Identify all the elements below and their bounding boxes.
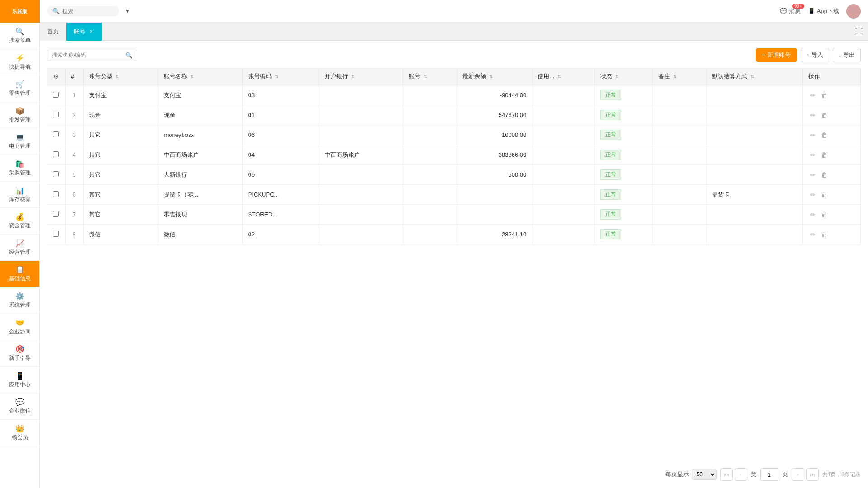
edit-button[interactable]: ✏ [808,210,817,219]
tab-home[interactable]: 首页 [40,23,66,41]
col-header-bank[interactable]: 开户银行 ⇅ [319,68,403,85]
quick-nav-icon: ⚡ [15,54,24,62]
topbar-left: 🔍 ▼ [47,6,130,16]
message-button[interactable]: 💬 消息 99+ [780,7,801,15]
row-status: 正常 [594,105,652,125]
col-header-usage[interactable]: 使用... ⇅ [532,68,595,85]
row-checkbox[interactable] [47,145,65,165]
row-select-checkbox[interactable] [53,231,59,237]
col-header-default_payment[interactable]: 默认结算方式 ⇅ [707,68,803,85]
delete-button[interactable]: 🗑 [819,190,829,199]
tab-account[interactable]: 账号× [66,23,102,41]
sidebar-item-finance[interactable]: 💰资金管理 [0,208,39,235]
row-default-payment [707,145,803,165]
chevron-down-icon: ▼ [125,8,130,14]
delete-button[interactable]: 🗑 [819,230,829,239]
tab-close-icon[interactable]: × [88,28,94,35]
next-page-button[interactable]: › [792,468,804,481]
add-account-button[interactable]: + 新增账号 [756,48,797,62]
prev-page-button[interactable]: ‹ [735,468,747,481]
col-header-name[interactable]: 账号名称 ⇅ [158,68,242,85]
edit-button[interactable]: ✏ [808,111,817,120]
edit-button[interactable]: ✏ [808,190,817,199]
sidebar-item-operation[interactable]: 📈经营管理 [0,235,39,261]
row-number: 7 [65,205,83,225]
first-page-button[interactable]: ⏮ [720,468,733,481]
sidebar-item-vip[interactable]: 👑畅会员 [0,420,39,446]
delete-button[interactable]: 🗑 [819,111,829,120]
row-select-checkbox[interactable] [53,92,59,98]
basic-info-icon: 📋 [15,265,24,274]
row-checkbox[interactable] [47,165,65,185]
row-checkbox[interactable] [47,185,65,205]
delete-button[interactable]: 🗑 [819,210,829,219]
sidebar-item-search[interactable]: 🔍搜索菜单 [0,23,39,49]
row-select-checkbox[interactable] [53,112,59,117]
top-search-input[interactable] [62,8,117,14]
export-button[interactable]: ↓ 导出 [833,48,861,62]
row-name: 微信 [158,225,242,244]
row-code: 05 [242,165,319,185]
row-checkbox[interactable] [47,225,65,244]
sidebar-item-app-center[interactable]: 📱应用中心 [0,367,39,394]
sidebar-item-label: 畅会员 [12,434,28,441]
sidebar-item-purchase[interactable]: 🛍️采购管理 [0,155,39,182]
status-badge: 正常 [600,90,621,100]
app-download-label: App下载 [817,7,839,15]
page-input[interactable] [760,468,778,481]
avatar[interactable] [846,4,861,19]
import-button[interactable]: ↑ 导入 [801,48,829,62]
top-search-box[interactable]: 🔍 [47,6,119,16]
row-checkbox[interactable] [47,205,65,225]
delete-button[interactable]: 🗑 [819,131,829,140]
sidebar-item-retail[interactable]: 🛒零售管理 [0,75,39,102]
sidebar-item-quick-nav[interactable]: ⚡快捷导航 [0,49,39,76]
row-select-checkbox[interactable] [53,211,59,217]
nav-dropdown[interactable]: ▼ [125,8,130,14]
delete-button[interactable]: 🗑 [819,150,829,160]
row-checkbox[interactable] [47,85,65,105]
settings-icon[interactable]: ⚙ [53,73,59,80]
sidebar-item-basic-info[interactable]: 📋基础信息 [0,261,39,287]
row-select-checkbox[interactable] [53,171,59,177]
tab-expand-icon[interactable]: ⛶ [850,28,868,36]
col-header-status[interactable]: 状态 ⇅ [594,68,652,85]
last-page-button[interactable]: ⏭ [806,468,819,481]
edit-button[interactable]: ✏ [808,150,817,160]
sidebar-item-corp-protocol[interactable]: 🤝企业协同 [0,314,39,341]
edit-button[interactable]: ✏ [808,91,817,100]
delete-button[interactable]: 🗑 [819,170,829,179]
sidebar-item-guide[interactable]: 🎯新手引导 [0,340,39,367]
row-code: 04 [242,145,319,165]
row-checkbox[interactable] [47,105,65,125]
col-header-balance[interactable]: 最新余额 ⇅ [457,68,532,85]
col-header-type[interactable]: 账号类型 ⇅ [83,68,158,85]
edit-button[interactable]: ✏ [808,230,817,239]
sidebar-item-ecommerce[interactable]: 💻电商管理 [0,128,39,155]
app-download-button[interactable]: 📱 App下载 [808,7,839,15]
row-status: 正常 [594,145,652,165]
account-search-wrap[interactable]: 🔍 [47,50,137,61]
row-select-checkbox[interactable] [53,131,59,137]
sidebar-item-wholesale[interactable]: 📦批发管理 [0,102,39,129]
message-badge: 99+ [792,4,804,9]
row-select-checkbox[interactable] [53,191,59,197]
edit-button[interactable]: ✏ [808,131,817,140]
col-header-code[interactable]: 账号编码 ⇅ [242,68,319,85]
sidebar-item-label: 基础信息 [9,275,31,282]
sidebar-item-system[interactable]: ⚙️系统管理 [0,287,39,314]
status-badge: 正常 [600,189,621,200]
edit-button[interactable]: ✏ [808,170,817,179]
main-area: 🔍 ▼ 💬 消息 99+ 📱 App下载 首页账号×⛶ [40,0,868,488]
row-usage [532,145,595,165]
page-size-dropdown[interactable]: 2050100 [692,469,717,480]
sidebar-item-corp-wechat[interactable]: 💬企业微信 [0,393,39,420]
col-header-account[interactable]: 账号 ⇅ [403,68,457,85]
account-search-input[interactable] [52,52,123,58]
col-header-remark[interactable]: 备注 ⇅ [653,68,707,85]
delete-button[interactable]: 🗑 [819,91,829,100]
row-select-checkbox[interactable] [53,151,59,157]
row-checkbox[interactable] [47,125,65,145]
row-name: 零售抵现 [158,205,242,225]
sidebar-item-inventory[interactable]: 📊库存核算 [0,182,39,208]
